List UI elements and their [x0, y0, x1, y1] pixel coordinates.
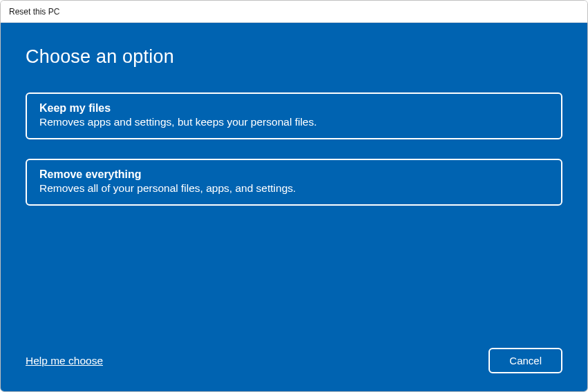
cancel-button[interactable]: Cancel: [489, 348, 562, 373]
option-keep-my-files[interactable]: Keep my files Removes apps and settings,…: [26, 92, 562, 139]
option-description: Removes all of your personal files, apps…: [39, 182, 549, 195]
dialog-footer: Help me choose Cancel: [26, 348, 562, 373]
option-remove-everything[interactable]: Remove everything Removes all of your pe…: [26, 159, 562, 206]
option-title: Remove everything: [39, 168, 549, 181]
titlebar: Reset this PC: [1, 1, 587, 23]
option-description: Removes apps and settings, but keeps you…: [39, 116, 549, 128]
dialog-content: Choose an option Keep my files Removes a…: [1, 23, 587, 391]
option-title: Keep my files: [39, 102, 549, 115]
help-me-choose-link[interactable]: Help me choose: [26, 355, 103, 367]
options-list: Keep my files Removes apps and settings,…: [26, 92, 562, 206]
page-title: Choose an option: [26, 46, 562, 68]
window-title: Reset this PC: [9, 7, 59, 17]
reset-pc-dialog: Reset this PC Choose an option Keep my f…: [0, 0, 588, 392]
